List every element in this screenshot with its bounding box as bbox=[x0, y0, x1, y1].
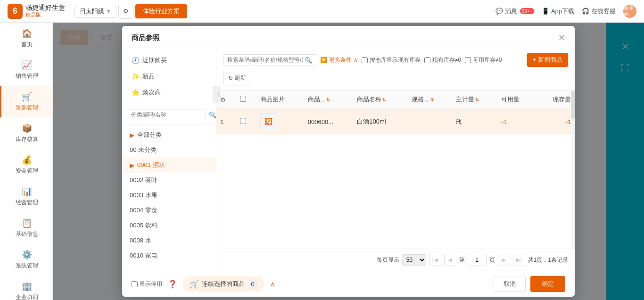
category-0001[interactable]: ▶ 0001 酒水 bbox=[122, 158, 216, 173]
scroll-thumb[interactable] bbox=[571, 91, 575, 119]
category-search-input[interactable] bbox=[127, 109, 206, 120]
user-area[interactable]: 徐泽华 bbox=[623, 5, 636, 18]
page-size-select[interactable]: 50 100 200 bbox=[402, 254, 426, 266]
sidebar-item-finance[interactable]: 💰 资金管理 bbox=[0, 149, 52, 181]
th-img: 商品图片 bbox=[256, 91, 304, 109]
sidebar-label-home: 首页 bbox=[21, 41, 33, 49]
confirm-button[interactable]: 确定 bbox=[530, 276, 565, 292]
sort-icon-name[interactable]: ⇅ bbox=[382, 97, 386, 102]
checkbox-available-input[interactable] bbox=[465, 57, 471, 63]
sidebar-label-inventory: 库存核算 bbox=[16, 135, 38, 143]
checkbox-warehouse-label: 按仓库显示现有库存 bbox=[370, 56, 421, 64]
gear-button[interactable]: ⚙ bbox=[118, 4, 133, 19]
recent-icon: 🕐 bbox=[132, 57, 140, 64]
experience-button[interactable]: 体验行业方案 bbox=[135, 4, 187, 18]
td-unit: 瓶 bbox=[452, 109, 498, 135]
category-00[interactable]: 00 未分类 bbox=[122, 142, 216, 158]
refresh-button[interactable]: ↻ 刷新 bbox=[223, 71, 251, 85]
first-page-button[interactable]: |◀ bbox=[429, 254, 441, 266]
category-0004[interactable]: 0004 零食 bbox=[122, 203, 216, 218]
next-page-button[interactable]: ▶ bbox=[498, 254, 510, 266]
category-label-00: 00 未分类 bbox=[130, 146, 157, 154]
checkbox-warehouse-input[interactable] bbox=[362, 57, 368, 63]
cancel-button[interactable]: 取消 bbox=[494, 276, 526, 292]
page-word2: 页 bbox=[489, 256, 495, 264]
category-0008[interactable]: 0008 水 bbox=[122, 233, 216, 248]
td-img: 🖼 bbox=[256, 109, 304, 135]
sidebar-item-inventory[interactable]: 📦 库存核算 bbox=[0, 117, 52, 149]
collapse-panel-button[interactable]: 《 bbox=[213, 86, 221, 103]
cart-area[interactable]: 🛒 连续选择的商品 0 bbox=[183, 276, 264, 292]
collapse-cart-icon[interactable]: ∧ bbox=[270, 280, 275, 288]
modal-footer: 显示停用 ❓ 🛒 连续选择的商品 0 ∧ 取消 确定 bbox=[122, 271, 575, 297]
app-download-label: App下载 bbox=[551, 7, 574, 16]
category-all[interactable]: ▶ 全部分类 bbox=[122, 127, 216, 142]
modal-header: 商品参照 ✕ bbox=[122, 26, 575, 48]
refresh-icon: ↻ bbox=[228, 75, 233, 82]
checkbox-current-stock[interactable]: 现有库存≠0 bbox=[424, 56, 461, 64]
td-available: -1 bbox=[497, 109, 536, 135]
product-search-icon[interactable]: 🔍 bbox=[305, 57, 312, 64]
sort-icon-unit[interactable]: ⇅ bbox=[475, 97, 479, 102]
content-area: 查询 设置 刷新 ✕ ⛶ 商品参照 ✕ bbox=[53, 23, 644, 300]
modal-toolbar: 🔍 🔽 更多条件 ∧ 按仓库显示现有库存 bbox=[216, 48, 575, 91]
message-button[interactable]: 💬 消息 99++ bbox=[495, 7, 534, 16]
product-search-input[interactable] bbox=[227, 57, 303, 63]
frequent-icon: ⭐ bbox=[132, 89, 140, 96]
category-0003[interactable]: 0003 水果 bbox=[122, 188, 216, 203]
show-disabled-checkbox[interactable]: 显示停用 bbox=[132, 280, 162, 288]
sort-icon-code[interactable]: ⇅ bbox=[326, 97, 330, 102]
pagination-bar: 每页显示 50 100 200 |◀ ◀ 第 页 ▶ bbox=[216, 249, 575, 271]
table-row[interactable]: 1 🖼 000600... 白酒100ml bbox=[216, 109, 575, 135]
sidebar-item-purchase[interactable]: 🛒 采购管理 bbox=[0, 86, 52, 117]
left-tab-frequent-label: 频次高 bbox=[142, 88, 161, 97]
category-label-0003: 0003 水果 bbox=[130, 191, 157, 200]
td-index: 1 bbox=[216, 109, 236, 135]
more-filter-button[interactable]: 🔽 更多条件 ∧ bbox=[320, 56, 358, 64]
help-button[interactable]: ❓ bbox=[168, 280, 177, 289]
show-disabled-input[interactable] bbox=[132, 281, 138, 287]
row-checkbox[interactable] bbox=[240, 118, 246, 124]
app-download-button[interactable]: 📱 App下载 bbox=[542, 7, 574, 16]
message-badge: 99++ bbox=[520, 8, 534, 14]
sidebar-item-home[interactable]: 🏠 首页 bbox=[0, 23, 52, 54]
sidebar-item-basic[interactable]: 📋 基础信息 bbox=[0, 212, 52, 244]
sidebar-item-system[interactable]: ⚙️ 系统管理 bbox=[0, 244, 52, 275]
logo-icon: 6 bbox=[8, 4, 23, 19]
sort-icon-spec[interactable]: ⇅ bbox=[430, 97, 434, 102]
left-tab-new-label: 新品 bbox=[142, 72, 155, 81]
category-0010[interactable]: 0010 家电 bbox=[122, 248, 216, 263]
checkbox-current-input[interactable] bbox=[424, 57, 430, 63]
product-table-body: 1 🖼 000600... 白酒100ml bbox=[216, 109, 575, 135]
th-checkbox bbox=[236, 91, 256, 109]
sidebar-item-collab[interactable]: 🏢 企业协同 bbox=[0, 275, 52, 300]
last-page-button[interactable]: ▶| bbox=[513, 254, 525, 266]
page-number-input[interactable] bbox=[468, 254, 487, 266]
left-tab-recent[interactable]: 🕐 近期购买 bbox=[127, 53, 211, 68]
new-icon: ✨ bbox=[132, 73, 140, 80]
th-code: 商品...⇅ bbox=[304, 91, 353, 109]
category-label-0010: 0010 家电 bbox=[130, 251, 157, 260]
category-search-icon[interactable]: 🔍 bbox=[209, 111, 216, 118]
select-all-checkbox[interactable] bbox=[240, 96, 246, 102]
left-tab-frequent[interactable]: ⭐ 频次高 bbox=[127, 85, 211, 100]
category-0002[interactable]: 0002 茶叶 bbox=[122, 173, 216, 188]
sidebar-item-operations[interactable]: 📊 经营管理 bbox=[0, 181, 52, 212]
sales-icon: 📈 bbox=[22, 60, 32, 70]
category-0005[interactable]: 0005 饮料 bbox=[122, 218, 216, 233]
left-tab-new[interactable]: ✨ 新品 bbox=[127, 69, 211, 84]
purchase-icon: 🛒 bbox=[22, 92, 32, 102]
online-service-label: 在线客服 bbox=[591, 7, 616, 16]
sidebar-item-sales[interactable]: 📈 销售管理 bbox=[0, 54, 52, 86]
checkbox-available-stock[interactable]: 可用库存≠0 bbox=[465, 56, 502, 64]
prev-page-button[interactable]: ◀ bbox=[444, 254, 456, 266]
online-service-button[interactable]: 🎧 在线客服 bbox=[582, 7, 616, 16]
add-product-button[interactable]: + 新增商品 bbox=[527, 53, 568, 67]
show-disabled-label: 显示停用 bbox=[140, 280, 162, 288]
nav-selector[interactable]: 日太阳膜 ▼ bbox=[74, 5, 116, 18]
modal-close-button[interactable]: ✕ bbox=[558, 33, 565, 43]
checkbox-warehouse-stock[interactable]: 按仓库显示现有库存 bbox=[362, 56, 421, 64]
product-search-bar: 🔍 bbox=[223, 54, 316, 66]
operations-icon: 📊 bbox=[22, 186, 32, 197]
topbar: 6 畅捷通好生意 精品版 日太阳膜 ▼ ⚙ 体验行业方案 💬 消息 99++ 📱… bbox=[0, 0, 644, 23]
